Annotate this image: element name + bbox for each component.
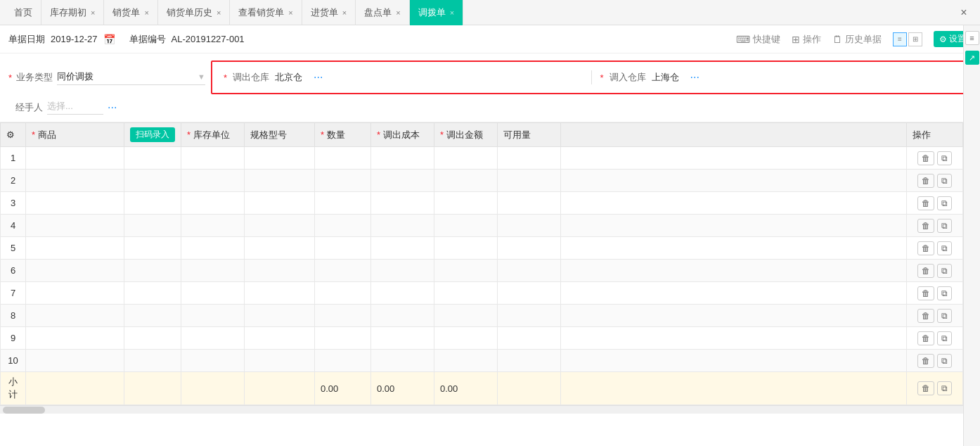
tab-transfer[interactable]: 调拨单 ×: [410, 0, 463, 25]
tab-view-sales[interactable]: 查看销货单 ×: [230, 0, 302, 25]
cell-cost[interactable]: [371, 192, 434, 215]
scrollbar-thumb[interactable]: [3, 407, 45, 414]
tab-close-stocktake[interactable]: ×: [396, 8, 400, 17]
cell-spec[interactable]: [245, 147, 315, 170]
cell-product[interactable]: [26, 372, 124, 405]
cell-qty[interactable]: 0.00: [315, 372, 371, 405]
delete-row-button[interactable]: 🗑: [917, 354, 934, 368]
tab-close-purchase[interactable]: ×: [342, 8, 347, 17]
calendar-icon[interactable]: 📅: [103, 34, 115, 45]
tab-sales-history[interactable]: 销货单历史 ×: [158, 0, 230, 25]
tab-close-sales-history[interactable]: ×: [217, 8, 221, 17]
cell-qty[interactable]: [315, 170, 371, 192]
cell-cost[interactable]: [371, 260, 434, 282]
cell-amount[interactable]: 0.00: [434, 372, 498, 405]
cell-cost[interactable]: [371, 305, 434, 327]
cell-product[interactable]: [26, 350, 124, 372]
cell-product[interactable]: [26, 237, 124, 260]
copy-row-button[interactable]: ⧉: [937, 241, 952, 255]
cell-product[interactable]: [26, 215, 124, 237]
cell-spec[interactable]: [245, 327, 315, 350]
cell-product[interactable]: [26, 170, 124, 192]
cell-cost[interactable]: [371, 350, 434, 372]
cell-qty[interactable]: [315, 192, 371, 215]
cell-qty[interactable]: [315, 305, 371, 327]
cell-unit[interactable]: [181, 215, 245, 237]
grid-view-btn[interactable]: ⊞: [908, 32, 922, 46]
cell-amount[interactable]: [434, 260, 498, 282]
cell-spec[interactable]: [245, 237, 315, 260]
cell-qty[interactable]: [315, 147, 371, 170]
cell-qty[interactable]: [315, 215, 371, 237]
table-settings-icon[interactable]: ⚙: [6, 129, 15, 140]
cell-unit[interactable]: [181, 350, 245, 372]
cell-unit[interactable]: [181, 170, 245, 192]
copy-row-button[interactable]: ⧉: [937, 174, 952, 188]
shortcut-btn[interactable]: ⌨ 快捷键: [736, 33, 780, 46]
handler-select[interactable]: 选择...: [47, 100, 103, 115]
cell-qty[interactable]: [315, 350, 371, 372]
list-view-btn[interactable]: ≡: [893, 32, 907, 46]
delete-row-button[interactable]: 🗑: [917, 286, 934, 300]
sidebar-export-icon[interactable]: ↗: [965, 51, 979, 65]
cell-spec[interactable]: [245, 372, 315, 405]
cell-qty[interactable]: [315, 260, 371, 282]
cell-amount[interactable]: [434, 350, 498, 372]
cell-spec[interactable]: [245, 305, 315, 327]
tab-close-sales[interactable]: ×: [144, 8, 148, 17]
cell-unit[interactable]: [181, 305, 245, 327]
cell-amount[interactable]: [434, 305, 498, 327]
copy-row-button[interactable]: ⧉: [937, 354, 952, 368]
sidebar-notes-icon[interactable]: ≡: [965, 31, 979, 45]
cell-spec[interactable]: [245, 350, 315, 372]
cell-unit[interactable]: [181, 282, 245, 305]
cell-product[interactable]: [26, 305, 124, 327]
cell-cost[interactable]: [371, 327, 434, 350]
warehouse-out-more-btn[interactable]: ···: [314, 71, 323, 84]
cell-cost[interactable]: [371, 237, 434, 260]
copy-row-button[interactable]: ⧉: [937, 381, 952, 395]
horizontal-scrollbar[interactable]: [0, 405, 980, 414]
history-btn[interactable]: 🗒 历史单据: [832, 33, 882, 46]
cell-product[interactable]: [26, 282, 124, 305]
cell-unit[interactable]: [181, 327, 245, 350]
copy-row-button[interactable]: ⧉: [937, 264, 952, 278]
cell-cost[interactable]: [371, 282, 434, 305]
delete-row-button[interactable]: 🗑: [917, 174, 934, 188]
cell-amount[interactable]: [434, 192, 498, 215]
cell-cost[interactable]: [371, 170, 434, 192]
tab-home[interactable]: 首页: [6, 0, 41, 25]
delete-row-button[interactable]: 🗑: [917, 196, 934, 210]
delete-row-button[interactable]: 🗑: [917, 241, 934, 255]
cell-spec[interactable]: [245, 170, 315, 192]
delete-row-button[interactable]: 🗑: [917, 309, 934, 323]
delete-row-button[interactable]: 🗑: [917, 381, 934, 395]
scan-entry-button[interactable]: 扫码录入: [130, 127, 175, 142]
tab-close-view-sales[interactable]: ×: [288, 8, 292, 17]
cell-amount[interactable]: [434, 237, 498, 260]
window-close-button[interactable]: ×: [953, 0, 974, 25]
cell-unit[interactable]: [181, 147, 245, 170]
delete-row-button[interactable]: 🗑: [917, 219, 934, 233]
delete-row-button[interactable]: 🗑: [917, 264, 934, 278]
cell-qty[interactable]: [315, 327, 371, 350]
col-settings-header[interactable]: ⚙: [1, 123, 26, 147]
cell-spec[interactable]: [245, 215, 315, 237]
cell-spec[interactable]: [245, 260, 315, 282]
handler-more-btn[interactable]: ···: [108, 101, 117, 114]
copy-row-button[interactable]: ⧉: [937, 151, 952, 165]
copy-row-button[interactable]: ⧉: [937, 286, 952, 300]
copy-row-button[interactable]: ⧉: [937, 219, 952, 233]
cell-amount[interactable]: [434, 215, 498, 237]
cell-amount[interactable]: [434, 327, 498, 350]
cell-product[interactable]: [26, 260, 124, 282]
cell-product[interactable]: [26, 327, 124, 350]
ops-btn[interactable]: ⊞ 操作: [792, 33, 821, 46]
copy-row-button[interactable]: ⧉: [937, 196, 952, 210]
cell-product[interactable]: [26, 192, 124, 215]
cell-cost[interactable]: [371, 147, 434, 170]
tab-purchase[interactable]: 进货单 ×: [302, 0, 356, 25]
tab-sales[interactable]: 销货单 ×: [104, 0, 157, 25]
copy-row-button[interactable]: ⧉: [937, 309, 952, 323]
cell-unit[interactable]: [181, 237, 245, 260]
